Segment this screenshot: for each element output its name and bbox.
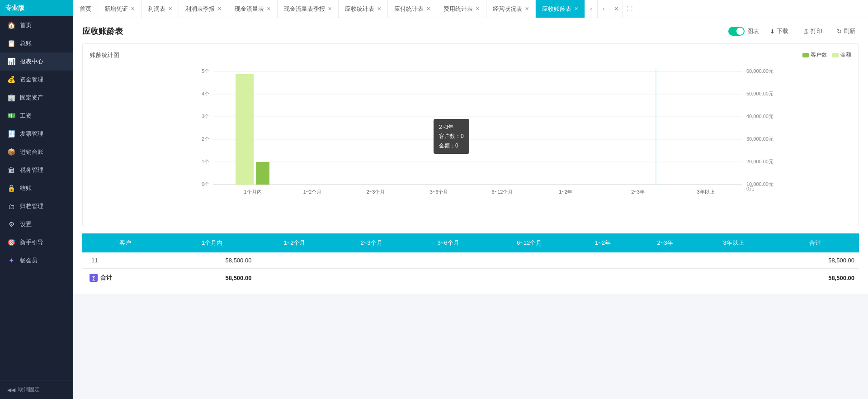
- footer-m1: 58,500.00: [168, 269, 256, 286]
- svg-text:1~2年: 1~2年: [559, 189, 572, 195]
- tab-ap-stats[interactable]: 应付统计表 ✕: [388, 0, 437, 18]
- tab-ar-aging[interactable]: 应收账龄表 ✕: [536, 0, 585, 18]
- tab-cashflow[interactable]: 现金流量表 ✕: [228, 0, 278, 18]
- page-container: 应收账龄表 图表 ⬇ 下载 🖨 打印: [73, 18, 868, 294]
- footer-m4: [410, 269, 487, 286]
- home-icon: 🏠: [7, 21, 15, 29]
- tab-close-icon[interactable]: ✕: [217, 6, 222, 12]
- col-header-m3: 2~3个月: [333, 233, 410, 252]
- tab-close-icon[interactable]: ✕: [168, 6, 172, 12]
- tab-close-icon[interactable]: ✕: [426, 6, 430, 12]
- tab-prev-button[interactable]: ‹: [585, 0, 598, 18]
- footer-m5: [487, 269, 572, 286]
- sidebar-item-report[interactable]: 📊 报表中心: [0, 52, 73, 71]
- cell-m2: [256, 252, 333, 269]
- tab-profit[interactable]: 利润表 ✕: [142, 0, 179, 18]
- footer-m3: [333, 269, 410, 286]
- tab-close-icon[interactable]: ✕: [525, 6, 529, 12]
- svg-text:2~3年: 2~3年: [631, 189, 645, 195]
- data-table: 客户 1个月内 1~2个月 2~3个月 3~6个月 6~12个月 1~2年 2~…: [82, 233, 859, 286]
- tab-business-status[interactable]: 经营状况表 ✕: [486, 0, 536, 18]
- col-header-customer: 客户: [82, 233, 168, 252]
- download-label: 下载: [777, 27, 788, 35]
- tab-cashflow-quarterly[interactable]: 现金流量表季报 ✕: [278, 0, 339, 18]
- sidebar-item-tax[interactable]: 🏛 税务管理: [0, 161, 73, 179]
- tab-home[interactable]: 首页: [73, 0, 98, 18]
- svg-text:5个: 5个: [202, 68, 209, 74]
- sidebar-item-ledger[interactable]: 📋 总账: [0, 34, 73, 52]
- sidebar-item-settings[interactable]: ⚙ 设置: [0, 215, 73, 233]
- tab-label: 应收账龄表: [542, 5, 571, 13]
- sidebar-item-capital[interactable]: 💰 资金管理: [0, 71, 73, 89]
- print-label: 打印: [811, 27, 822, 35]
- cell-m4: [410, 252, 487, 269]
- tab-ar-stats[interactable]: 应收统计表 ✕: [339, 0, 388, 18]
- bar-customer-1: [256, 162, 269, 185]
- col-header-m1: 1个月内: [168, 233, 256, 252]
- tab-close-icon[interactable]: ✕: [476, 6, 480, 12]
- download-button[interactable]: ⬇ 下载: [766, 25, 792, 37]
- sidebar: 专业版 🏠 首页 📋 总账 📊 报表中心 💰 资金管理 🏢 固定资产 💵 工资 …: [0, 0, 73, 399]
- tab-label: 应收统计表: [345, 5, 374, 13]
- cell-m1: 58,500.00: [168, 252, 256, 269]
- tab-label: 现金流量表: [235, 5, 264, 13]
- tab-expense-stats[interactable]: 费用统计表 ✕: [437, 0, 486, 18]
- tab-label: 费用统计表: [443, 5, 473, 13]
- cell-m7: [634, 252, 696, 269]
- ledger-icon: 📋: [7, 39, 15, 48]
- sidebar-item-closing[interactable]: 🔒 结账: [0, 179, 73, 197]
- page-actions: 图表 ⬇ 下载 🖨 打印 ↻ 刷新: [728, 25, 859, 37]
- tab-new-voucher[interactable]: 新增凭证 ✕: [98, 0, 142, 18]
- chart-title: 账龄统计图: [90, 51, 851, 59]
- tab-close-icon[interactable]: ✕: [328, 6, 332, 12]
- legend-customer: 客户数: [802, 51, 827, 59]
- tab-maximize-button[interactable]: ⛶: [623, 0, 636, 18]
- capital-icon: 💰: [7, 76, 15, 84]
- footer-m2: [256, 269, 333, 286]
- sidebar-item-assets[interactable]: 🏢 固定资产: [0, 89, 73, 107]
- guide-icon: 🎯: [7, 238, 15, 247]
- tab-close-icon[interactable]: ✕: [131, 6, 135, 12]
- table-header-row: 客户 1个月内 1~2个月 2~3个月 3~6个月 6~12个月 1~2年 2~…: [82, 233, 859, 252]
- print-button[interactable]: 🖨 打印: [799, 25, 826, 37]
- legend-customer-label: 客户数: [811, 51, 827, 59]
- chart-svg: 5个 4个 3个 2个 1个 0个 60,000.00元 50,000.00元 …: [90, 65, 851, 218]
- tab-close-all-button[interactable]: ✕: [610, 0, 623, 18]
- sidebar-item-archive[interactable]: 🗂 归档管理: [0, 197, 73, 215]
- sidebar-item-salary[interactable]: 💵 工资: [0, 107, 73, 125]
- chart-toggle[interactable]: 图表: [728, 27, 759, 36]
- sidebar-item-guide[interactable]: 🎯 新手引导: [0, 233, 73, 252]
- svg-text:6~12个月: 6~12个月: [492, 189, 513, 195]
- table-row[interactable]: 11 58,500.00 58,500.00: [82, 252, 859, 269]
- tab-bar: 首页 新增凭证 ✕ 利润表 ✕ 利润表季报 ✕ 现金流量表 ✕ 现金流量表季报 …: [73, 0, 868, 18]
- svg-text:0个: 0个: [202, 181, 209, 187]
- tab-close-icon[interactable]: ✕: [267, 6, 271, 12]
- invoice-icon: 🧾: [7, 130, 15, 138]
- sidebar-logo: 专业版: [0, 0, 73, 16]
- sidebar-item-stock[interactable]: 📦 进销台账: [0, 143, 73, 161]
- chart-svg-container: 5个 4个 3个 2个 1个 0个 60,000.00元 50,000.00元 …: [90, 65, 851, 218]
- tab-label: 利润表: [148, 5, 165, 13]
- tab-next-button[interactable]: ›: [598, 0, 610, 18]
- sidebar-item-label: 税务管理: [20, 166, 43, 174]
- toggle-track[interactable]: [728, 27, 745, 36]
- sidebar-toggle-pin[interactable]: ◀◀ 取消固定: [0, 380, 73, 399]
- refresh-button[interactable]: ↻ 刷新: [833, 25, 859, 37]
- sidebar-item-label: 畅会员: [20, 256, 38, 265]
- sidebar-item-label: 发票管理: [20, 130, 43, 138]
- footer-m8: [696, 269, 771, 286]
- sidebar-item-home[interactable]: 🏠 首页: [0, 16, 73, 34]
- sidebar-item-invoice[interactable]: 🧾 发票管理: [0, 125, 73, 143]
- tab-close-icon[interactable]: ✕: [574, 6, 578, 12]
- settings-icon: ⚙: [7, 220, 15, 228]
- sidebar-item-label: 结账: [20, 184, 32, 192]
- svg-text:1~2个月: 1~2个月: [303, 189, 322, 195]
- print-icon: 🖨: [803, 28, 809, 35]
- tab-profit-quarterly[interactable]: 利润表季报 ✕: [179, 0, 228, 18]
- cell-m8: [696, 252, 771, 269]
- sidebar-item-member[interactable]: ✦ 畅会员: [0, 252, 73, 270]
- sidebar-item-label: 固定资产: [20, 94, 43, 102]
- sidebar-item-label: 进销台账: [20, 148, 43, 156]
- svg-text:60,000.00元: 60,000.00元: [746, 68, 774, 74]
- tab-close-icon[interactable]: ✕: [377, 6, 381, 12]
